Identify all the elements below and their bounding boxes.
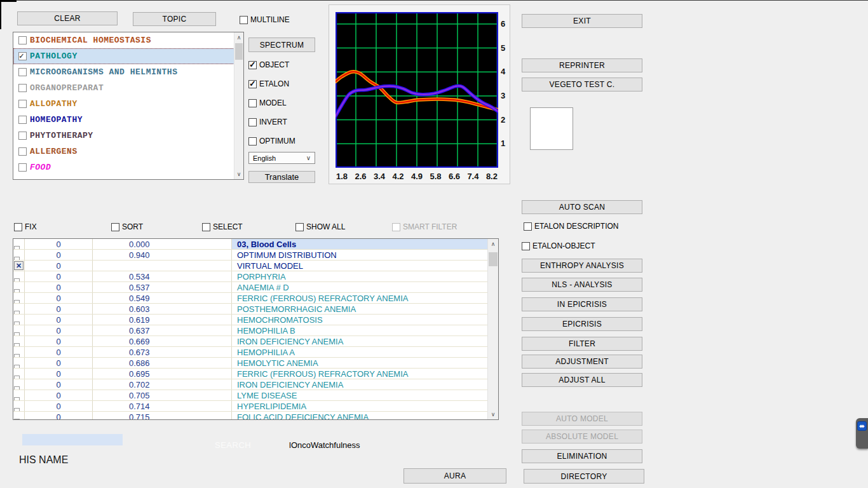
scroll-up-icon[interactable]: ∧ [488,239,498,249]
table-row[interactable]: 00.534PORPHYRIA [13,271,487,282]
table-row[interactable]: 00.00003, Blood Cells [13,239,487,250]
scroll-down-icon[interactable]: ∨ [234,169,243,179]
row-checkbox-cell [13,347,25,357]
etalon-description-checkbox[interactable] [524,222,532,231]
translate-button[interactable]: Translate [248,171,315,183]
row-count-cell: 0 [25,358,93,368]
object-checkbox[interactable] [248,61,257,69]
category-checkbox[interactable] [18,132,27,140]
category-checkbox[interactable] [18,116,27,124]
row-count-cell: 0 [25,293,93,303]
adjustment-button[interactable]: ADJUSTMENT [522,355,642,369]
table-row[interactable]: 00.603POSTHEMORRHAGIC ANEMIA [13,304,487,315]
vegeto-test-button[interactable]: VEGETO TEST C. [522,78,642,92]
filter-label: FIX [25,222,37,231]
name-input[interactable] [22,434,123,445]
category-scrollbar-thumb[interactable] [235,43,243,60]
enthropy-analysis-button[interactable]: ENTHROPY ANALYSIS [522,259,642,273]
category-item[interactable]: ALLOPATHY [13,96,243,112]
category-checkbox[interactable] [18,52,27,60]
etalon-object-checkbox[interactable] [522,242,530,250]
category-item[interactable]: PATHOLOGY [13,48,243,64]
clear-button[interactable]: CLEAR [17,11,118,25]
table-row[interactable]: 00.695FERRIC (FERROUS) REFRACTORY ANEMIA [13,369,487,379]
scroll-down-icon[interactable]: ∨ [488,409,498,419]
filter-button[interactable]: FILTER [522,337,642,351]
invert-checkbox[interactable] [248,118,257,126]
x-tick-label: 1.8 [336,172,348,184]
category-checkbox[interactable] [18,36,27,44]
table-scrollbar-thumb[interactable] [489,252,498,266]
optimum-checkbox[interactable] [248,137,257,146]
sort-checkbox[interactable] [111,223,119,231]
spectrum-button[interactable]: SPECTRUM [248,37,315,52]
nls-analysis-button[interactable]: NLS - ANALYSIS [522,278,642,292]
his-name-label: HIS NAME [19,454,68,466]
show-all-checkbox[interactable] [295,223,304,231]
table-row[interactable]: 00.619HEMOCHROMATOSIS [13,315,487,325]
category-item[interactable]: ALLERGENS [13,144,243,159]
x-tick-label: 2.6 [355,172,366,184]
category-checkbox[interactable] [18,147,27,156]
category-item[interactable]: ORGANOPREPARAT [13,80,243,96]
screen-left-edge-artifact [0,0,1,29]
model-checkbox[interactable] [248,99,257,107]
topic-button[interactable]: TOPIC [133,12,216,26]
category-item[interactable]: HOMEOPATHY [13,112,243,128]
select-checkbox[interactable] [202,223,210,231]
category-listbox[interactable]: BIOCHEMICAL HOMEOSTASISPATHOLOGYMICROORG… [13,32,244,180]
row-checkbox-stub [14,376,20,379]
exit-button[interactable]: EXIT [522,14,642,28]
category-checkbox[interactable] [18,84,27,92]
table-row[interactable]: 00.714HYPERLIPIDEMIA [13,401,487,412]
search-label: SEARCH [215,440,251,450]
row-name-cell: POSTHEMORRHAGIC ANEMIA [232,304,487,314]
row-checkbox-stub [14,289,20,292]
table-row[interactable]: 00.702IRON DEFICIENCY ANEMIA [13,379,487,390]
aura-button[interactable]: AURA [403,468,506,484]
table-row[interactable]: 00.537ANAEMIA # D [13,282,487,293]
row-count-cell: 0 [25,401,93,411]
row-checkbox-cell [13,336,25,346]
row-name-cell: FOLIC ACID DEFICIENCY ANEMIA [232,412,487,420]
table-row[interactable]: 00.686HEMOLYTIC ANEMIA [13,358,487,369]
category-item[interactable]: MICROORGANISMS AND HELMINTHS [13,64,243,80]
table-row[interactable]: 00.673HEMOPHILIA A [13,347,487,358]
language-select[interactable]: English ∨ [248,152,315,164]
table-row[interactable]: ✕0VIRTUAL MODEL [13,261,487,271]
model-x-button[interactable]: ✕ [14,261,24,270]
reprinter-button[interactable]: REPRINTER [522,58,642,72]
table-row[interactable]: 00.715FOLIC ACID DEFICIENCY ANEMIA [13,412,487,420]
fix-checkbox[interactable] [14,223,22,231]
scroll-up-icon[interactable]: ∧ [234,32,243,43]
results-table[interactable]: 00.00003, Blood Cells00.940OPTIMUM DISTR… [13,238,499,420]
chevron-down-icon: ∨ [306,154,311,161]
epicrisis-button[interactable]: EPICRISIS [522,317,642,331]
category-checkbox[interactable] [18,100,27,108]
category-checkbox[interactable] [18,68,27,76]
table-row[interactable]: 00.549FERRIC (FERROUS) REFRACTORY ANEMIA [13,293,487,304]
category-item[interactable]: FOOD [13,159,243,175]
table-row[interactable]: 00.940OPTIMUM DISTRIBUTION [13,250,487,261]
row-checkbox-cell [13,358,25,368]
adjust-all-button[interactable]: ADJUST ALL [522,373,642,387]
directory-button[interactable]: DIRECTORY [524,469,644,484]
elimination-button[interactable]: ELIMINATION [522,449,642,463]
category-checkbox[interactable] [18,163,27,172]
row-value-cell: 0.637 [93,325,232,336]
in-epicrisis-button[interactable]: IN EPICRISIS [522,297,642,311]
optimum-checkbox-row: OPTIMUM [248,137,295,146]
row-value-cell: 0.534 [93,271,232,281]
table-scrollbar[interactable]: ∧ ∨ [487,239,498,419]
table-row[interactable]: 00.705LYME DISEASE [13,390,487,401]
multiline-checkbox[interactable] [240,16,248,24]
etalon-checkbox[interactable] [248,80,257,88]
table-row[interactable]: 00.669IRON DEFICIENCY ANEMIA [13,336,487,347]
category-scrollbar[interactable]: ∧ ∨ [234,32,243,179]
teamviewer-tab[interactable]: ⬌ [856,418,868,449]
auto-scan-button[interactable]: AUTO SCAN [522,200,642,214]
category-item[interactable]: PHYTOTHERAPY [13,128,243,144]
category-item[interactable]: BIOCHEMICAL HOMEOSTASIS [13,32,243,48]
table-row[interactable]: 00.637HEMOPHILIA B [13,325,487,336]
x-tick-label: 6.6 [449,172,460,184]
